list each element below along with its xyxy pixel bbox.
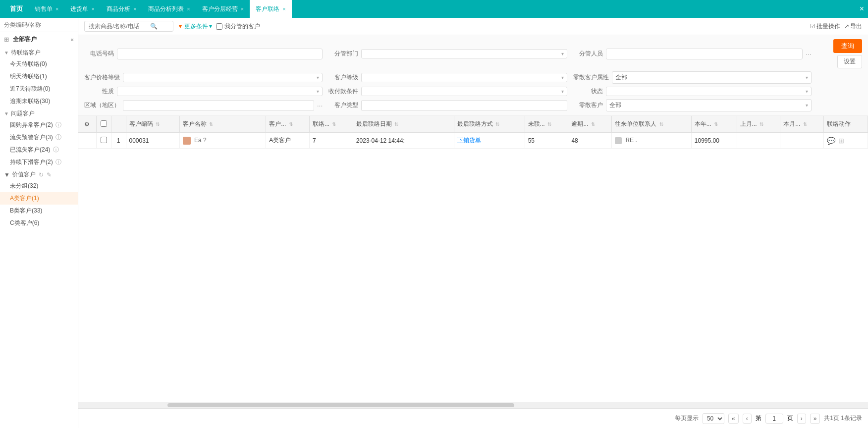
close-contact-icon[interactable]: × [282, 6, 285, 12]
sort-contact-icon[interactable]: ⇅ [332, 121, 336, 127]
filter-cell-nature: 性质 ▾ [84, 87, 328, 96]
refresh-icon[interactable]: ↻ [39, 171, 44, 178]
chevron-icon8: ▾ [806, 103, 808, 108]
sort-name-icon[interactable]: ⇅ [209, 121, 213, 127]
edit-icon[interactable]: ✎ [47, 171, 52, 178]
nature-select[interactable]: ▾ [117, 87, 323, 96]
filter-search-icon[interactable]: 🔍 [150, 23, 158, 30]
sort-unit-icon[interactable]: ⇅ [659, 121, 663, 127]
export-button[interactable]: ↗ 导出 [844, 22, 862, 31]
sidebar-search-input[interactable] [4, 21, 78, 28]
sort-year-icon[interactable]: ⇅ [714, 121, 718, 127]
page-number-input[interactable] [765, 414, 783, 424]
sidebar-item-overdue[interactable]: 逾期未联络(30) [0, 95, 78, 107]
col-last-contact-date: 最后联络日期 ⇅ [353, 116, 454, 133]
tab-customer-segment[interactable]: 客户分层经营 × [196, 0, 250, 18]
sidebar-collapse-icon[interactable]: « [70, 36, 74, 43]
close-sales-icon[interactable]: × [55, 6, 58, 12]
tab-customer-contact[interactable]: 客户联络 × [250, 0, 291, 18]
sidebar-item-7days[interactable]: 近7天待联络(0) [0, 83, 78, 95]
sidebar-item-a-class[interactable]: A类客户(1) [0, 192, 78, 205]
filter-cell-dept: 分管部门 ▾ [328, 49, 573, 58]
tab-sales[interactable]: 销售单 × [29, 0, 64, 18]
sort-type-icon[interactable]: ⇅ [289, 121, 293, 127]
sparse-customer-select[interactable]: 全部 ▾ [606, 99, 812, 111]
close-analysis-list-icon[interactable]: × [187, 6, 190, 12]
close-all-icon[interactable]: × [860, 4, 864, 13]
col-settings[interactable]: ⚙ [78, 116, 96, 133]
next-page-button[interactable]: › [797, 414, 806, 424]
last-page-button[interactable]: » [810, 414, 820, 424]
region-dots-icon[interactable]: ··· [317, 102, 323, 109]
tab-purchase[interactable]: 进货单 × [64, 0, 100, 18]
sidebar-item-b-class[interactable]: B类客户(33) [0, 205, 78, 217]
sidebar-item-losing[interactable]: 流失预警客户(3) ⓘ [0, 131, 78, 144]
unit-contact-name: RE . [626, 137, 637, 144]
col-last-month: 上月... ⇅ [737, 116, 780, 133]
row-customer-type-cell: A类客户 [266, 133, 310, 149]
prev-page-button[interactable]: ‹ [743, 414, 752, 424]
status-select[interactable]: ▾ [606, 87, 812, 96]
horizontal-scrollbar[interactable] [78, 402, 868, 408]
settings-button[interactable]: 设置 [837, 55, 862, 68]
grade-select[interactable]: ▾ [361, 73, 567, 82]
settings-icon[interactable]: ⚙ [84, 121, 90, 128]
qrcode-icon[interactable]: ⊞ [838, 137, 844, 145]
sort-code-icon[interactable]: ⇅ [156, 121, 160, 127]
last-method-link[interactable]: 下销货单 [457, 137, 481, 144]
sidebar-item-c-class[interactable]: C类客户(6) [0, 217, 78, 229]
my-customers-checkbox[interactable] [216, 23, 222, 30]
manager-dots-icon[interactable]: ··· [806, 50, 812, 58]
info-icon4: ⓘ [55, 159, 61, 165]
customer-type-input[interactable] [361, 100, 567, 111]
dept-select[interactable]: ▾ [361, 49, 567, 58]
chevron-icon5: ▾ [317, 89, 319, 94]
sort-overdue-icon[interactable]: ⇅ [591, 121, 595, 127]
main-layout: 🔍 ⊞ 全部客户 « ▼ 待联络客户 今天待联络(0) 明天待联络(1) 近7天… [0, 18, 868, 428]
phone-input[interactable] [117, 49, 323, 59]
col-this-month-label: 本月... [783, 120, 800, 127]
more-filter-button[interactable]: ▼ 更多条件 ▾ [177, 22, 212, 31]
select-all-checkbox[interactable] [101, 120, 107, 127]
scrollbar-thumb[interactable] [167, 403, 514, 407]
sidebar-item-today[interactable]: 今天待联络(0) [0, 58, 78, 70]
sidebar-all-customers[interactable]: ⊞ 全部客户 « [0, 32, 78, 47]
payment-select[interactable]: ▾ [361, 87, 567, 96]
sidebar-item-tomorrow[interactable]: 明天待联络(1) [0, 70, 78, 83]
tab-home[interactable]: 首页 [4, 0, 29, 18]
filter-cell-region: 区域（地区） ··· [84, 100, 328, 111]
sort-date-icon[interactable]: ⇅ [394, 121, 398, 127]
sort-this-month-icon[interactable]: ⇅ [803, 121, 807, 127]
sidebar-item-lost[interactable]: 已流失客户(24) ⓘ [0, 144, 78, 156]
sparse-attr-select[interactable]: 全部 ▾ [612, 71, 812, 84]
price-grade-select[interactable]: ▾ [123, 73, 323, 82]
my-customers-checkbox-label[interactable]: 我分管的客户 [216, 22, 260, 31]
sort-method-icon[interactable]: ⇅ [495, 121, 499, 127]
close-analysis-icon[interactable]: × [133, 6, 136, 12]
query-button[interactable]: 查询 [833, 39, 862, 53]
col-customer-type: 客户... ⇅ [266, 116, 310, 133]
sort-no-contact-icon[interactable]: ⇅ [547, 121, 551, 127]
col-name: 客户名称 ⇅ [179, 116, 266, 133]
close-purchase-icon[interactable]: × [91, 6, 94, 12]
region-input[interactable] [123, 100, 314, 111]
page-size-label: 每页显示 [675, 414, 699, 423]
first-page-button[interactable]: « [728, 414, 739, 424]
comment-icon[interactable]: 💬 [827, 137, 835, 145]
filter-search-input[interactable] [89, 23, 148, 30]
sidebar-item-ungroup[interactable]: 未分组(32) [0, 180, 78, 192]
page-size-select[interactable]: 50 [703, 413, 724, 424]
sidebar-item-abnormal[interactable]: 回购异常客户(2) ⓘ [0, 119, 78, 131]
batch-op-button[interactable]: ☑ 批量操作 [810, 22, 840, 31]
manager-input[interactable] [606, 49, 803, 59]
tab-analysis-list[interactable]: 商品分析列表 × [142, 0, 196, 18]
row-action-cell: 💬 ⊞ [824, 133, 868, 149]
customer-name[interactable]: Ea ? [194, 137, 207, 144]
row-checkbox-cell [96, 133, 111, 149]
row-checkbox[interactable] [101, 137, 107, 143]
sort-last-month-icon[interactable]: ⇅ [760, 121, 763, 127]
tab-analysis[interactable]: 商品分析 × [101, 0, 142, 18]
col-this-year: 本年... ⇅ [691, 116, 737, 133]
sidebar-item-declining[interactable]: 持续下滑客户(2) ⓘ [0, 156, 78, 168]
close-segment-icon[interactable]: × [241, 6, 244, 12]
